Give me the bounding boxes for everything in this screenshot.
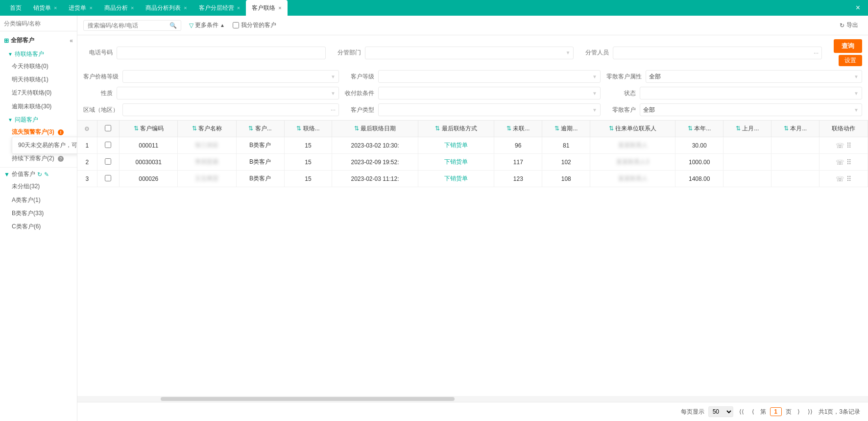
zero-attr-select[interactable]: 全部 ▼	[646, 70, 862, 83]
tab-analysis-close[interactable]: ×	[131, 5, 134, 11]
horizontal-scrollbar[interactable]	[77, 396, 868, 402]
sidebar-item-declining[interactable]: 持续下滑客户(2) ?	[0, 152, 77, 165]
customer-level-select[interactable]: ▼	[378, 70, 601, 83]
select-all-checkbox[interactable]	[105, 125, 111, 131]
tab-customer-contact[interactable]: 客户联络 ×	[246, 0, 287, 16]
person-dots-icon[interactable]: ···	[814, 50, 819, 56]
last-page-button[interactable]: ⟩⟩	[806, 407, 815, 416]
region-select[interactable]: ···	[122, 103, 339, 116]
edit-icon[interactable]: ✎	[44, 171, 49, 178]
sidebar-item-class-c[interactable]: C类客户(6)	[0, 220, 77, 233]
filter-row-3: 性质 ▼ 收付款条件 ▼ 状态	[83, 87, 862, 99]
row1-contact-action-icon[interactable]: ☏	[836, 142, 844, 149]
row2-more-action-icon[interactable]: ⠿	[846, 158, 851, 166]
window-close-button[interactable]: ×	[852, 3, 864, 12]
refresh-icon[interactable]: ↻	[37, 171, 42, 178]
row3-select-checkbox[interactable]	[105, 175, 111, 181]
sidebar-search-input[interactable]	[4, 20, 77, 27]
row3-more-action-icon[interactable]: ⠿	[846, 175, 851, 183]
tab-purchase-close[interactable]: ×	[89, 5, 92, 11]
th-action: 联络动作	[820, 121, 868, 137]
query-button[interactable]: 查询	[834, 39, 862, 53]
status-select[interactable]: ▼	[640, 87, 862, 99]
prev-page-button[interactable]: ⟨	[750, 407, 756, 416]
sidebar-item-class-a[interactable]: A类客户(1)	[0, 194, 77, 207]
th-name-sort-icon[interactable]: ⇅	[192, 125, 197, 132]
filter-region: 区域（地区） ···	[83, 103, 339, 116]
th-last-month-sort-icon[interactable]: ⇅	[736, 125, 741, 132]
row3-method-link[interactable]: 下销货单	[444, 175, 468, 182]
row2-method-link[interactable]: 下销货单	[444, 158, 468, 165]
tab-analysis[interactable]: 商品分析 ×	[98, 0, 140, 16]
th-type-sort-icon[interactable]: ⇅	[248, 125, 253, 132]
sidebar-group-problem-customers[interactable]: ▼ 问题客户 90天未交易的客户，可能有流失风险。	[0, 113, 77, 125]
customer-type-select[interactable]: ▼	[378, 103, 601, 116]
tab-home[interactable]: 首页	[4, 0, 27, 16]
first-page-button[interactable]: ⟨⟨	[737, 407, 746, 416]
row2-last-method: 下销货单	[418, 154, 494, 171]
next-page-button[interactable]: ⟩	[796, 407, 802, 416]
th-no-contact-sort-icon[interactable]: ⇅	[506, 125, 511, 132]
filter-zero-customer: 零散客户 全部 ▼	[606, 103, 862, 116]
th-last-method-sort-icon[interactable]: ⇅	[435, 125, 440, 132]
th-unit-contact-sort-icon[interactable]: ⇅	[609, 125, 614, 132]
th-this-month-sort-icon[interactable]: ⇅	[784, 125, 789, 132]
tab-purchase[interactable]: 进货单 ×	[63, 0, 98, 16]
tab-sales[interactable]: 销货单 ×	[27, 0, 63, 16]
row1-select-checkbox[interactable]	[105, 142, 111, 148]
row1-method-link[interactable]: 下销货单	[444, 142, 468, 149]
sidebar-collapse-button[interactable]: «	[70, 37, 73, 44]
th-last-date-sort-icon[interactable]: ⇅	[354, 125, 359, 132]
nature-select[interactable]: ▼	[117, 87, 339, 99]
sidebar-group-pending-contact[interactable]: ▼ 待联络客户	[0, 48, 77, 60]
tab-sales-close[interactable]: ×	[54, 5, 57, 11]
scrollbar-thumb[interactable]	[161, 397, 455, 401]
row1-more-action-icon[interactable]: ⠿	[846, 142, 851, 149]
sidebar-item-overdue-contact[interactable]: 逾期未联络(30)	[0, 100, 77, 113]
row1-last-method: 下销货单	[418, 137, 494, 154]
tab-customer-layer-close[interactable]: ×	[237, 5, 240, 11]
price-level-select[interactable]: ▼	[122, 70, 339, 83]
sidebar-item-class-b[interactable]: B类客户(33)	[0, 207, 77, 220]
row2-select-checkbox[interactable]	[105, 158, 111, 165]
export-button[interactable]: ↻ 导出	[836, 20, 862, 31]
sidebar-item-tomorrow-contact[interactable]: 明天待联络(1)	[0, 73, 77, 86]
main-search-icon[interactable]: 🔍	[169, 22, 177, 29]
dept-select[interactable]: ▼	[365, 47, 574, 59]
th-overdue-sort-icon[interactable]: ⇅	[555, 125, 559, 132]
tab-customer-contact-close[interactable]: ×	[278, 5, 281, 11]
row3-last-method: 下销货单	[418, 171, 494, 187]
sidebar-group-value-customers[interactable]: ▼ 价值客户 ↻ ✎	[0, 167, 77, 180]
phone-input[interactable]	[117, 47, 326, 59]
sidebar-item-7days-contact[interactable]: 近7天待联络(0)	[0, 86, 77, 99]
sidebar-item-today-contact[interactable]: 今天待联络(0)	[0, 60, 77, 73]
settings-button[interactable]: 设置	[839, 55, 862, 66]
sidebar: 🔍 ⊞ 全部客户 « ▼ 待联络客户 今天待联络(0) 明天待联络(1) 近7天…	[0, 16, 77, 421]
main-search-input[interactable]	[88, 22, 169, 29]
tab-analysis-list-close[interactable]: ×	[184, 5, 187, 11]
zero-customer-select[interactable]: 全部 ▼	[640, 103, 862, 116]
tab-analysis-list[interactable]: 商品分析列表 ×	[140, 0, 193, 16]
th-code-sort-icon[interactable]: ⇅	[134, 125, 139, 132]
th-year-sort-icon[interactable]: ⇅	[688, 125, 693, 132]
page-word: 第	[760, 408, 766, 416]
row2-contact-action-icon[interactable]: ☏	[836, 158, 844, 166]
row1-overdue: 81	[542, 137, 590, 154]
sidebar-item-ungrouped[interactable]: 未分组(32)	[0, 180, 77, 193]
row1-code: 000011	[120, 137, 178, 154]
sidebar-content: ⊞ 全部客户 « ▼ 待联络客户 今天待联络(0) 明天待联络(1) 近7天待联…	[0, 31, 77, 421]
more-filter-button[interactable]: ▽ 更多条件 ▲	[185, 20, 229, 31]
region-dots-icon[interactable]: ···	[331, 106, 336, 113]
row3-contact-action-icon[interactable]: ☏	[836, 175, 844, 183]
table-settings-icon[interactable]: ⚙	[84, 125, 90, 132]
per-page-select[interactable]: 50 100 200	[708, 406, 733, 417]
person-select[interactable]: ···	[613, 47, 822, 59]
th-last-method: ⇅ 最后联络方式	[418, 121, 494, 137]
th-contact-sort-icon[interactable]: ⇅	[296, 125, 301, 132]
customer-level-label: 客户等级	[345, 73, 374, 81]
my-customers-checkbox[interactable]	[233, 22, 239, 28]
payment-select[interactable]: ▼	[378, 87, 601, 99]
tab-customer-layer[interactable]: 客户分层经营 ×	[193, 0, 246, 16]
th-settings[interactable]: ⚙	[77, 121, 97, 137]
filter-customer-type: 客户类型 ▼	[345, 103, 601, 116]
